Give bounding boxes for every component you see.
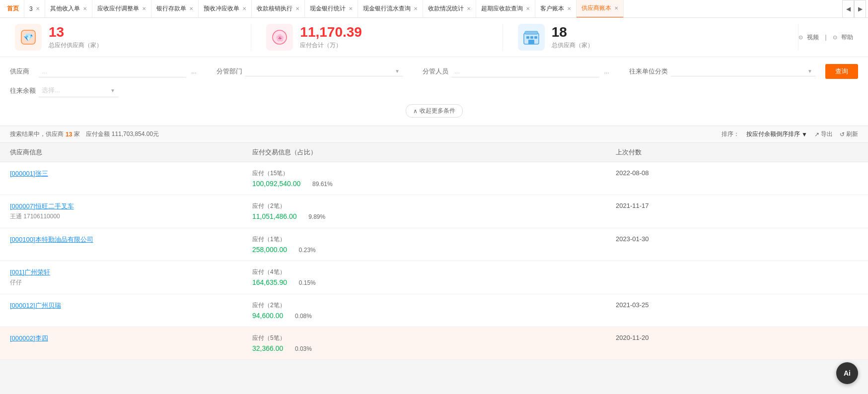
help-icon: ⊙ [833, 34, 837, 41]
refresh-icon: ↺ [840, 131, 845, 138]
filter-balance-placeholder: 选择... [42, 86, 110, 95]
tab-advance-collection-close[interactable]: ✕ [242, 6, 246, 11]
payable-count-rongxuan: 应付（4笔） [252, 268, 616, 276]
nav-arrow-left[interactable]: ◀ [842, 0, 854, 18]
tab-cash-bank-flow-close[interactable]: ✕ [414, 6, 418, 11]
stat-payable-suppliers: 💎 13 总应付供应商（家） [10, 24, 251, 51]
filter-dept-select[interactable]: ▼ [245, 66, 403, 76]
tab-customer-account-close[interactable]: ✕ [567, 6, 571, 11]
table-row: [000012]广州贝瑞 应付（2笔） 94,600.00 0.08% 2021… [0, 294, 868, 327]
filter-category-label: 往来单位分类 [629, 67, 668, 76]
tab-collection-stats-close[interactable]: ✕ [467, 6, 471, 11]
table-row: [000100]本特勤油品有限公司 应付（1笔） 258,000.00 0.23… [0, 228, 868, 261]
results-summary-mid: 家 [74, 130, 80, 138]
tab-bank-deposit[interactable]: 银行存款单 ✕ [151, 0, 199, 18]
tab-ap-adjustment[interactable]: 应收应付调整单 ✕ [92, 0, 151, 18]
transaction-info-cell: 应付（15笔） 100,092,540.00 89.61% [252, 169, 616, 188]
filter-person-input[interactable] [451, 66, 599, 77]
tab-overdue-query-close[interactable]: ✕ [526, 6, 530, 11]
tab-supplier-account-close[interactable]: ✕ [614, 5, 618, 11]
last-payment-cell-hengwang: 2021-11-17 [616, 202, 858, 209]
tab-customer-account[interactable]: 客户账本 ✕ [535, 0, 577, 18]
filter-balance-label: 往来余额 [10, 86, 36, 95]
supplier-link-rongxuan[interactable]: [001]广州荣轩 [10, 268, 252, 277]
table-row: [001]广州荣轩 仔仔 应付（4笔） 164,635.90 0.15% [0, 261, 868, 294]
last-payment-cell-beizui: 2021-03-25 [616, 301, 858, 309]
filter-supplier-dots[interactable]: ... [191, 68, 196, 75]
last-payment-cell-zhangsan: 2022-08-08 [616, 169, 858, 177]
stat-payable-suppliers-text: 13 总应付供应商（家） [49, 25, 102, 50]
amount-bente: 258,000.00 [252, 246, 287, 254]
stat-payable-suppliers-number: 13 [49, 25, 102, 39]
export-button[interactable]: ↗ 导出 [814, 130, 833, 138]
filter-person-label: 分管人员 [423, 67, 448, 76]
supplier-link-lisi[interactable]: [000002]李四 [10, 334, 252, 343]
filter-person: 分管人员 ... [423, 66, 609, 77]
refresh-button[interactable]: ↺ 刷新 [840, 130, 858, 138]
supplier-link-beizui[interactable]: [000012]广州贝瑞 [10, 301, 252, 310]
supplier-link-bente[interactable]: [000100]本特勤油品有限公司 [10, 235, 252, 244]
tab-overdue-query[interactable]: 超期应收款查询 ✕ [476, 0, 535, 18]
amount-zhangsan: 100,092,540.00 [252, 180, 300, 188]
percentage-hengwang: 9.89% [308, 213, 325, 220]
percentage-rongxuan: 0.15% [299, 279, 316, 286]
tab-home[interactable]: 首页 [2, 0, 24, 18]
tab-cash-bank-stats-close[interactable]: ✕ [349, 6, 353, 11]
tab-bank-deposit-close[interactable]: ✕ [189, 6, 193, 11]
tab-other-income-label: 其他收入单 [50, 4, 80, 13]
tab-cash-bank-stats[interactable]: 现金银行统计 ✕ [305, 0, 358, 18]
tab-3[interactable]: 3 ✕ [24, 0, 45, 18]
filter-row-2: 往来余额 选择... ▼ [10, 84, 858, 97]
tab-supplier-account-label: 供应商账本 [581, 4, 611, 12]
payable-count-zhangsan: 应付（15笔） [252, 169, 616, 178]
collapse-button[interactable]: ∧ 收起更多条件 [406, 104, 463, 118]
tab-ap-adjustment-close[interactable]: ✕ [142, 6, 146, 11]
svg-rect-5 [526, 36, 529, 39]
help-video-link[interactable]: 视频 [807, 33, 819, 42]
results-payable-amount: 111,703,854.00元 [112, 130, 159, 138]
amount-lisi: 32,366.00 [252, 344, 283, 352]
sort-selector[interactable]: 按应付余额倒序排序 ▼ [746, 130, 807, 138]
supplier-table: 供应商信息 应付交易信息（占比） 上次付数 [000001]张三 应付（15笔）… [0, 143, 868, 360]
chevron-down-icon-3: ▼ [110, 88, 115, 93]
tab-other-income-close[interactable]: ✕ [83, 6, 87, 11]
supplier-sub-hengwang: 王通 17106110000 [10, 212, 252, 221]
supplier-link-hengwang[interactable]: [000007]恒旺二手叉车 [10, 202, 252, 211]
filter-balance-select[interactable]: 选择... ▼ [39, 84, 118, 97]
tab-other-income[interactable]: 其他收入单 ✕ [45, 0, 92, 18]
filter-row-1: 供应商 ... 分管部门 ▼ 分管人员 ... 往来单位分类 ▼ 查询 [10, 64, 858, 79]
help-separator: ｜ [823, 33, 829, 42]
chevron-down-icon-2: ▼ [807, 68, 812, 74]
filter-category-select[interactable]: ▼ [671, 66, 816, 76]
tab-supplier-account[interactable]: 供应商账本 ✕ [577, 0, 624, 18]
results-summary: 搜索结果中，供应商 13 家 应付金额 111,703,854.00元 [10, 130, 159, 138]
tab-3-close[interactable]: ✕ [36, 6, 40, 11]
transaction-info-cell: 应付（2笔） 11,051,486.00 9.89% [252, 202, 616, 220]
search-button[interactable]: 查询 [825, 64, 858, 79]
svg-text:🌸: 🌸 [276, 34, 285, 42]
tab-cash-bank-stats-label: 现金银行统计 [310, 4, 346, 13]
refresh-label: 刷新 [846, 130, 858, 138]
tab-cash-bank-flow[interactable]: 现金银行流水查询 ✕ [358, 0, 423, 18]
payable-count-hengwang: 应付（2笔） [252, 202, 616, 210]
filter-person-dots[interactable]: ... [604, 68, 609, 75]
tab-home-label: 首页 [7, 4, 19, 13]
supplier-link-zhangsan[interactable]: [000001]张三 [10, 169, 252, 178]
stat-payable-suppliers-label: 总应付供应商（家） [49, 41, 102, 50]
tab-collection-audit-close[interactable]: ✕ [295, 6, 299, 11]
filter-balance: 往来余额 选择... ▼ [10, 84, 858, 97]
nav-arrow-right[interactable]: ▶ [854, 0, 866, 18]
sort-value-text: 按应付余额倒序排序 [746, 130, 800, 138]
transaction-info-cell: 应付（1笔） 258,000.00 0.23% [252, 235, 616, 254]
col-supplier-info: 供应商信息 [10, 148, 252, 157]
stat-payable-total-label: 应付合计（万） [300, 41, 362, 50]
percentage-bente: 0.23% [299, 247, 316, 254]
filter-supplier-input[interactable] [39, 66, 186, 77]
collapse-row: ∧ 收起更多条件 [10, 102, 858, 122]
tab-collection-stats[interactable]: 收款情况统计 ✕ [423, 0, 476, 18]
help-video-icon: ⊙ [798, 34, 803, 41]
help-link[interactable]: 帮助 [841, 33, 853, 42]
tab-advance-collection[interactable]: 预收冲应收单 ✕ [199, 0, 252, 18]
percentage-lisi: 0.03% [295, 345, 312, 352]
tab-collection-audit[interactable]: 收款核销执行 ✕ [252, 0, 305, 18]
